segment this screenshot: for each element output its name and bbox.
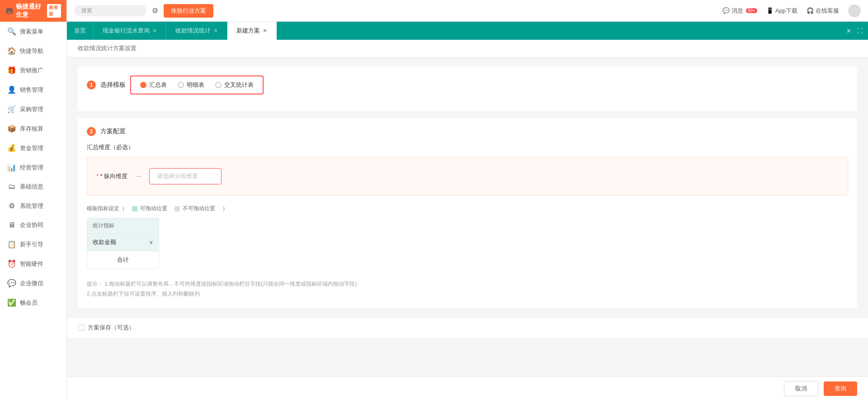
inventory-icon: 📦 [7, 124, 16, 133]
finance-icon: 💰 [7, 144, 16, 152]
sidebar-item-operation[interactable]: 📊 经营管理 [0, 158, 66, 177]
radio-summary[interactable]: 汇总表 [140, 81, 167, 89]
sidebar: 🐻 畅捷通好生意 标准版 🔍 搜索菜单 🏠 快捷导航 🎁 营销推广 👤 销售管理… [0, 0, 67, 400]
legend-draggable: 可拖动位置 [132, 205, 167, 212]
sidebar-item-marketing[interactable]: 🎁 营销推广 [0, 61, 66, 80]
tab-bank-flow-label: 现金银行流水查询 [103, 27, 150, 35]
save-checkbox-box[interactable] [78, 325, 84, 331]
app-download-btn[interactable]: 📱 App下载 [766, 7, 797, 15]
industry-btn[interactable]: 体验行业方案 [164, 4, 213, 18]
sidebar-item-label: 库存核算 [20, 125, 43, 133]
radio-cross-circle [215, 82, 222, 88]
sidebar-item-label: 基础信息 [20, 183, 43, 191]
tab-new-scheme-close-icon[interactable]: ✕ [263, 28, 267, 34]
app-edition: 标准版 [47, 4, 61, 18]
tab-collection-stat[interactable]: 收款情况统计 ✕ [166, 22, 227, 40]
metrics-cell-amount[interactable]: 收款金额 ∨ [87, 234, 159, 251]
settings-icon[interactable]: ⚙ [152, 6, 158, 15]
tabbar: 首页 现金银行流水查询 ✕ 收款情况统计 ✕ 新建方案 ✕ ✕ ⛶ [67, 22, 868, 40]
metrics-config: 模板指标设定（ 可拖动位置 不可拖动位置 ） 统计指标 [87, 205, 848, 270]
metrics-legend: 模板指标设定（ 可拖动位置 不可拖动位置 ） [87, 205, 848, 212]
dimension-area: * * 纵向维度 → 请选择分组维度 [87, 157, 848, 196]
sidebar-item-quick-nav[interactable]: 🏠 快捷导航 [0, 41, 66, 61]
dimension-select[interactable]: 请选择分组维度 [149, 168, 222, 184]
legend-fixed-label: 不可拖动位置 [183, 205, 215, 212]
step2-badge: 2 [87, 127, 96, 136]
step1-header: 1 选择模板 汇总表 明细表 [87, 75, 848, 94]
draggable-dot [132, 206, 137, 212]
step2-header: 2 方案配置 [87, 127, 848, 136]
radio-detail-circle [178, 82, 184, 88]
sidebar-item-label: 系统管理 [20, 202, 43, 210]
chevron-down-icon: ∨ [149, 239, 153, 245]
sidebar-item-sales[interactable]: 👤 销售管理 [0, 80, 66, 99]
step1-section: 1 选择模板 汇总表 明细表 [78, 66, 857, 111]
metrics-cell-label: 收款金额 [93, 238, 116, 246]
online-service-icon: 🎧 [807, 7, 814, 14]
sidebar-item-label: 营销推广 [20, 66, 43, 75]
sidebar-item-corp-coop[interactable]: 🖥 企业协同 [0, 216, 66, 235]
sidebar-item-search-menu[interactable]: 🔍 搜索菜单 [0, 22, 66, 41]
tab-expand-icon[interactable]: ⛶ [857, 28, 863, 34]
tab-home[interactable]: 首页 [67, 22, 94, 40]
sidebar-item-label: 采购管理 [20, 105, 43, 113]
sidebar-item-new-guide[interactable]: 📋 新手引导 [0, 235, 66, 254]
system-icon: ⚙ [7, 202, 16, 210]
metrics-total-row: 合计 [87, 251, 159, 268]
tabbar-controls: ✕ ⛶ [841, 22, 868, 40]
tab-bank-flow[interactable]: 现金银行流水查询 ✕ [94, 22, 166, 40]
quick-nav-icon: 🏠 [7, 47, 16, 55]
sidebar-item-label: 经营管理 [20, 164, 43, 172]
message-label: 消息 [731, 7, 743, 15]
vertical-dimension-label: * * 纵向维度 [96, 172, 127, 180]
action-bar: 取消 查询 [67, 376, 868, 400]
tab-collection-stat-close-icon[interactable]: ✕ [213, 28, 218, 34]
tips-area: 提示： 1.拖动标题栏可以调整布局，不可跨维度或指标区域拖动栏目字段(只能在同一… [87, 279, 848, 299]
radio-cross-label: 交叉统计表 [224, 81, 254, 89]
tip-1: 提示： 1.拖动标题栏可以调整布局，不可跨维度或指标区域拖动栏目字段(只能在同一… [87, 279, 848, 289]
tab-close-all-icon[interactable]: ✕ [846, 28, 851, 34]
vertical-label-text: * 纵向维度 [100, 173, 128, 179]
sidebar-item-purchase[interactable]: 🛒 采购管理 [0, 99, 66, 119]
smart-hw-icon: ⏰ [7, 259, 16, 268]
content-area: 收款情况统计方案设置 1 选择模板 汇总表 [67, 40, 868, 376]
topbar-search[interactable]: 搜索 [74, 5, 146, 16]
metrics-table: 统计指标 收款金额 ∨ 合计 [87, 218, 159, 269]
tab-collection-stat-label: 收款情况统计 [175, 27, 211, 35]
user-avatar[interactable] [848, 5, 861, 17]
tab-new-scheme[interactable]: 新建方案 ✕ [227, 22, 277, 40]
query-button[interactable]: 查询 [824, 381, 857, 396]
legend-fixed: 不可拖动位置 [175, 205, 215, 212]
step1-title: 选择模板 [100, 81, 126, 89]
app-logo: 🐻 畅捷通好生意 标准版 [0, 0, 66, 22]
sidebar-item-smart-hw[interactable]: ⏰ 智能硬件 [0, 254, 66, 273]
sidebar-item-basic-info[interactable]: 🗂 基础信息 [0, 177, 66, 196]
tab-new-scheme-label: 新建方案 [236, 27, 260, 35]
online-service-btn[interactable]: 🎧 在线客服 [807, 7, 839, 15]
template-options-box: 汇总表 明细表 交叉统计表 [130, 75, 264, 94]
radio-cross[interactable]: 交叉统计表 [215, 81, 254, 89]
search-menu-icon: 🔍 [7, 27, 16, 36]
metrics-total-label: 合计 [117, 256, 129, 263]
radio-detail-label: 明细表 [187, 81, 204, 89]
search-placeholder: 搜索 [81, 7, 92, 14]
sidebar-item-label: 企业协同 [20, 221, 43, 229]
radio-detail[interactable]: 明细表 [178, 81, 204, 89]
step2-section: 2 方案配置 汇总维度（必选） * * 纵向维度 → 请选择分组维度 [78, 118, 857, 308]
footer-section: 方案保存（可选） [67, 317, 868, 338]
sidebar-item-label: 智能硬件 [20, 260, 43, 268]
breadcrumb-text: 收款情况统计方案设置 [78, 45, 137, 52]
tab-bank-flow-close-icon[interactable]: ✕ [152, 28, 157, 34]
corp-wechat-icon: 💬 [7, 279, 16, 287]
legend-draggable-label: 可拖动位置 [140, 205, 167, 212]
sidebar-item-member[interactable]: ✅ 畅会员 [0, 293, 66, 312]
fixed-dot [175, 206, 180, 212]
purchase-icon: 🛒 [7, 105, 16, 113]
sidebar-item-inventory[interactable]: 📦 库存核算 [0, 119, 66, 138]
sidebar-item-finance[interactable]: 💰 资金管理 [0, 138, 66, 158]
cancel-button[interactable]: 取消 [784, 381, 818, 396]
save-checkbox[interactable]: 方案保存（可选） [78, 324, 857, 332]
sidebar-item-system[interactable]: ⚙ 系统管理 [0, 196, 66, 216]
sidebar-item-corp-wechat[interactable]: 💬 企业微信 [0, 273, 66, 293]
message-btn[interactable]: 💬 消息 99+ [722, 7, 757, 15]
